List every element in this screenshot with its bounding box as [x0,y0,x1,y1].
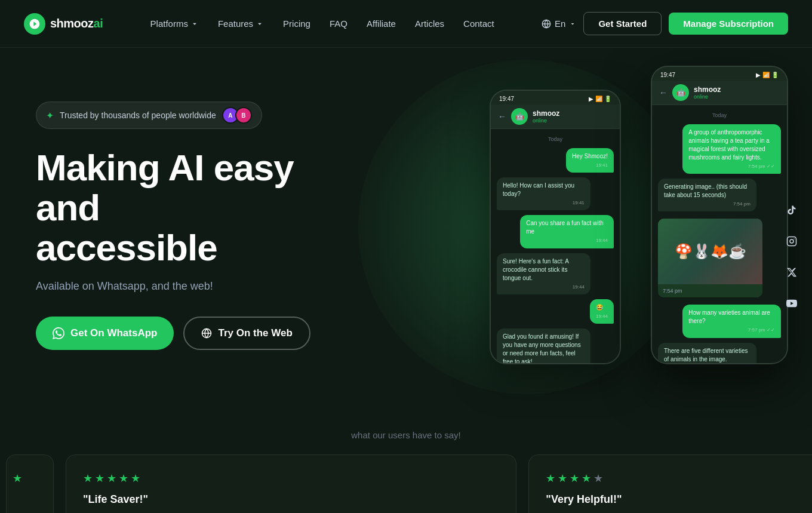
phone-back-arrow[interactable]: ← [498,112,506,121]
msg-6: Glad you found it amusing! If you have a… [497,328,590,364]
phone-back-app-icon: 🤖 [511,108,528,125]
hero-cta: Get On WhatsApp Try On the Web [36,317,358,350]
language-selector[interactable]: En [542,19,576,29]
testimonial-card-2: ★ ★ ★ ★ ★ "Very Helpful!" I'm a student … [528,454,812,513]
whatsapp-icon [53,327,64,339]
phone-back-status-bar: 19:47 ▶ 📶 🔋 [491,91,620,105]
logo-icon [24,13,45,35]
nav-item-affiliate[interactable]: Affiliate [367,19,396,29]
avatar-2: B [235,107,252,124]
testimonial-title-1: "Life Saver!" [83,493,499,506]
whatsapp-button[interactable]: Get On WhatsApp [36,317,174,350]
front-msg-1: A group of anthropomorphic animals havin… [682,124,781,174]
hero-phones: 19:47 ▶ 📶 🔋 ← 🤖 shmooz online Today Hey … [490,66,788,412]
nav-item-contact[interactable]: Contact [463,19,494,29]
phone-back-header: ← 🤖 shmooz online [491,105,620,129]
phone-front-app-icon: 🤖 [672,84,689,101]
msg-2: Hello! How can I assist you today? 19:41 [497,177,590,210]
mushroom-scene-emoji: 🍄🐰🦊☕ [658,219,762,284]
svg-point-6 [793,238,795,239]
globe-icon [201,328,212,339]
hero-subtitle: Available on Whatsapp, and the web! [36,280,358,293]
phone-front-header: ← 🤖 shmooz online [652,81,787,105]
testimonials-section: what our users have to say! ★ ★ ★ ★ ★ ★ … [0,430,812,513]
instagram-icon[interactable] [781,231,802,252]
testimonial-card-1: ★ ★ ★ ★ ★ "Life Saver!" ShmoozAI has bee… [66,454,516,513]
front-msg-4: There are five different varieties of an… [658,343,756,364]
msg-4: Sure! Here's a fun fact: A crocodile can… [497,253,590,294]
phone-front: 19:47 ▶ 📶 🔋 ← 🤖 shmooz online Today A gr… [651,66,788,364]
svg-point-5 [790,239,793,243]
phone-front-chat: Today A group of anthropomorphic animals… [652,105,787,364]
generated-image-card: 🍄🐰🦊☕ 7:54 pm [658,219,762,297]
trusted-avatars: A B [222,107,252,124]
youtube-icon[interactable] [781,293,802,314]
nav-item-articles[interactable]: Articles [415,19,444,29]
msg-1: Hey Shmooz! 19:41 [566,148,614,173]
msg-3: Can you share a fun fact with me 19:44 [520,215,614,248]
hero-section: ✦ Trusted by thousands of people worldwi… [0,48,812,430]
testimonials-row: ★ ★ ★ ★ ★ ★ "Life Saver!" ShmoozAI has b… [0,454,812,513]
phone-back-app-info: shmooz online [533,109,613,124]
msg-5: 😂 19:44 [590,299,614,324]
nav-item-features[interactable]: Features [218,19,264,29]
phone-back-chat: Today Hey Shmooz! 19:41 Hello! How can I… [491,129,620,364]
phone-front-status-bar: 19:47 ▶ 📶 🔋 [652,67,787,81]
logo-text: shmoozai [50,17,103,30]
social-sidebar [781,199,802,314]
front-msg-3: How many varieties animal are there? 7:5… [682,305,781,337]
phone-back: 19:47 ▶ 📶 🔋 ← 🤖 shmooz online Today Hey … [490,90,621,364]
phone-front-arrow[interactable]: ← [659,88,668,97]
hero-content: ✦ Trusted by thousands of people worldwi… [36,84,358,350]
tiktok-icon[interactable] [781,199,802,221]
spark-icon: ✦ [46,110,54,121]
phone-front-app-info: shmooz online [694,85,780,100]
testimonials-label: what our users have to say! [0,430,812,440]
nav-item-pricing[interactable]: Pricing [283,19,310,29]
logo[interactable]: shmoozai [24,13,103,35]
nav-links: Platforms Features Pricing FAQ Affiliate… [150,19,494,29]
try-web-button[interactable]: Try On the Web [183,317,310,350]
testimonial-partial-left: ★ [6,454,54,513]
x-twitter-icon[interactable] [781,262,802,283]
nav-item-faq[interactable]: FAQ [330,19,347,29]
navigation: shmoozai Platforms Features Pricing FAQ … [0,0,812,48]
get-started-button[interactable]: Get Started [583,12,662,35]
manage-subscription-button[interactable]: Manage Subscription [669,13,788,35]
stars-1: ★ ★ ★ ★ ★ [83,472,499,485]
testimonial-title-2: "Very Helpful!" [546,493,812,506]
nav-right: En Get Started Manage Subscription [542,12,788,35]
hero-title: Making AI easy and accessible [36,148,358,268]
trusted-badge: ✦ Trusted by thousands of people worldwi… [36,102,262,129]
nav-item-platforms[interactable]: Platforms [150,19,199,29]
stars-partial: ★ [13,472,47,485]
generated-image: 🍄🐰🦊☕ [658,219,762,284]
stars-2: ★ ★ ★ ★ ★ [546,472,812,485]
front-msg-2: Generating image.. (this should take abo… [658,179,756,211]
svg-rect-4 [788,236,796,245]
